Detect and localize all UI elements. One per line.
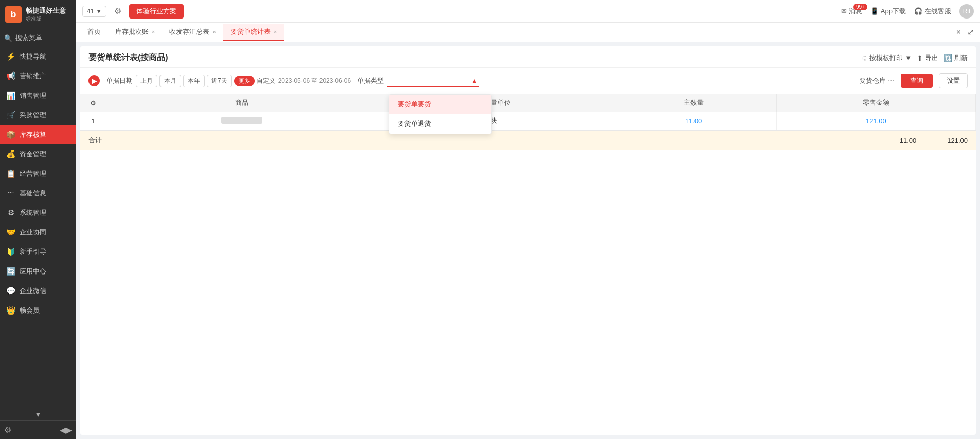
row-amount: 121.00: [776, 112, 975, 130]
export-button[interactable]: ⬆ 导出: [917, 53, 938, 63]
sidebar-item-sales[interactable]: 📊 销售管理: [0, 86, 76, 105]
table-settings-icon[interactable]: ⚙: [86, 99, 100, 107]
topbar-gear-button[interactable]: ⚙: [111, 4, 125, 19]
table-col-settings: ⚙: [80, 94, 106, 112]
tabs-bar: 首页 库存批次账 × 收发存汇总表 × 要货单统计表 × × ⤢: [76, 23, 980, 42]
sidebar-item-operations[interactable]: 📋 经营管理: [0, 164, 76, 184]
settings-icon[interactable]: ⚙: [4, 425, 11, 435]
search-icon: 🔍: [4, 34, 12, 42]
sidebar-nav: ⚡ 快捷导航 📢 营销推广 📊 销售管理 🛒 采购管理 📦 库存核算 💰: [0, 47, 76, 409]
date-shortcuts: 上月 本月 本年 近7天 更多 自定义: [136, 75, 275, 87]
headset-icon: 🎧: [914, 7, 922, 15]
type-dropdown-menu: 要货单要货 要货单退货: [389, 94, 492, 134]
sidebar-item-finance[interactable]: 💰 资金管理: [0, 144, 76, 164]
table-col-quantity: 主数量: [611, 94, 776, 112]
collapse-icon[interactable]: ◀▶: [60, 425, 72, 435]
purchase-icon: 🛒: [6, 111, 15, 120]
refresh-button[interactable]: 🔃 刷新: [943, 53, 968, 63]
enterprise-icon: 🤝: [6, 228, 15, 237]
app-download-button[interactable]: 📱 App下载: [870, 7, 906, 16]
filter-warehouse-more-btn[interactable]: ···: [888, 76, 895, 85]
tabs-actions: × ⤢: [954, 26, 976, 38]
sidebar-item-wechat[interactable]: 💬 企业微信: [0, 281, 76, 301]
filter-bar: ▶ 单据日期 上月 本月 本年 近7天 更多 自定义 2023-05-06 至 …: [80, 68, 976, 94]
sidebar-search[interactable]: 🔍 搜索菜单: [0, 29, 76, 47]
row-amount-link[interactable]: 121.00: [866, 117, 886, 125]
product-name-placeholder: [221, 117, 262, 124]
filter-settings-button[interactable]: 设置: [939, 73, 968, 88]
sidebar-item-guide[interactable]: 🔰 新手引导: [0, 242, 76, 262]
filter-type-input[interactable]: [387, 75, 479, 87]
topbar-left: 41 ▼ ⚙ 体验行业方案: [82, 4, 836, 19]
store-selector[interactable]: 41 ▼: [82, 6, 106, 17]
footer-quantity: 11.00: [900, 137, 917, 144]
sidebar-item-quick-nav[interactable]: ⚡ 快捷导航: [0, 47, 76, 66]
trial-button[interactable]: 体验行业方案: [129, 4, 184, 19]
filter-date-group: 单据日期 上月 本月 本年 近7天 更多 自定义 2023-05-06 至 20…: [106, 75, 351, 87]
message-icon: ✉: [841, 7, 847, 15]
filter-warehouse-label: 要货仓库: [859, 76, 886, 85]
date-btn-this-year[interactable]: 本年: [183, 75, 205, 87]
sidebar-item-basic[interactable]: 🗃 基础信息: [0, 184, 76, 203]
query-button[interactable]: 查询: [901, 74, 933, 88]
user-avatar[interactable]: Rit: [959, 4, 974, 19]
tab-order-stats[interactable]: 要货单统计表 ×: [223, 24, 284, 41]
sidebar-item-app-center[interactable]: 🔄 应用中心: [0, 262, 76, 281]
date-btn-last-7[interactable]: 近7天: [207, 75, 232, 87]
tab-home[interactable]: 首页: [80, 24, 108, 41]
messages-button[interactable]: ✉ 消息 99+: [841, 7, 862, 16]
tab-close-collect-summary[interactable]: ×: [212, 29, 216, 35]
date-range-display: 2023-05-06 至 2023-06-06: [278, 77, 351, 85]
chevron-down-icon: ▼: [35, 411, 42, 418]
inventory-icon: 📦: [6, 130, 15, 139]
print-icon: 🖨: [860, 54, 867, 62]
main-area: 41 ▼ ⚙ 体验行业方案 ✉ 消息 99+ 📱 App下载 🎧 在: [76, 0, 980, 439]
wechat-icon: 💬: [6, 286, 15, 296]
page-header: 要货单统计表(按商品) 🖨 按模板打印 ▼ ⬆ 导出 🔃 刷新: [80, 46, 976, 68]
sidebar-item-purchase[interactable]: 🛒 采购管理: [0, 105, 76, 125]
dropdown-item-yaohuo[interactable]: 要货单要货: [389, 95, 491, 114]
tab-inventory-batch[interactable]: 库存批次账 ×: [108, 24, 162, 41]
print-button[interactable]: 🖨 按模板打印 ▼: [860, 53, 912, 63]
print-dropdown-icon: ▼: [905, 54, 912, 62]
filter-type-dropdown-arrow[interactable]: ▲: [471, 77, 477, 84]
quick-nav-icon: ⚡: [6, 52, 15, 61]
date-btn-this-month[interactable]: 本月: [159, 75, 181, 87]
row-quantity-link[interactable]: 11.00: [685, 117, 702, 125]
online-service-button[interactable]: 🎧 在线客服: [914, 7, 951, 16]
app-title: 畅捷通好生意 标准版: [26, 7, 66, 22]
sidebar-item-enterprise[interactable]: 🤝 企业协同: [0, 223, 76, 242]
tab-collect-summary[interactable]: 收发存汇总表 ×: [162, 24, 223, 41]
filter-type-select-wrapper: ▲: [387, 75, 479, 87]
filter-toggle-button[interactable]: ▶: [88, 75, 100, 86]
dropdown-arrow-icon: ▼: [96, 8, 102, 15]
sidebar-item-inventory[interactable]: 📦 库存核算: [0, 125, 76, 144]
sidebar-scroll-down[interactable]: ▼: [0, 409, 76, 420]
sidebar-header: b 畅捷通好生意 标准版: [0, 0, 76, 29]
tabs-close-all-button[interactable]: ×: [954, 27, 963, 38]
table-col-amount: 零售金额: [776, 94, 975, 112]
basic-icon: 🗃: [6, 189, 15, 198]
date-custom-btn[interactable]: 自定义: [257, 77, 275, 85]
page-header-actions: 🖨 按模板打印 ▼ ⬆ 导出 🔃 刷新: [860, 53, 968, 63]
sidebar: b 畅捷通好生意 标准版 🔍 搜索菜单 ⚡ 快捷导航 📢 营销推广 📊: [0, 0, 76, 439]
table-row: 1 块 11.00 121.00: [80, 112, 976, 130]
sidebar-item-member[interactable]: 👑 畅会员: [0, 301, 76, 320]
store-name: 41: [87, 8, 94, 15]
page-content: 要货单统计表(按商品) 🖨 按模板打印 ▼ ⬆ 导出 🔃 刷新: [80, 46, 976, 435]
sidebar-item-marketing[interactable]: 📢 营销推广: [0, 66, 76, 86]
row-quantity: 11.00: [611, 112, 776, 130]
date-btn-more[interactable]: 更多: [234, 76, 255, 86]
export-icon: ⬆: [917, 54, 923, 62]
sidebar-footer: ⚙ ◀▶: [0, 420, 76, 439]
date-btn-last-month[interactable]: 上月: [136, 75, 157, 87]
tabs-expand-button[interactable]: ⤢: [965, 26, 976, 38]
page-title: 要货单统计表(按商品): [88, 52, 168, 63]
footer-amount: 121.00: [947, 137, 968, 144]
tab-close-order-stats[interactable]: ×: [274, 29, 277, 35]
member-icon: 👑: [6, 306, 15, 315]
finance-icon: 💰: [6, 150, 15, 159]
sidebar-item-system[interactable]: ⚙ 系统管理: [0, 203, 76, 223]
tab-close-inventory-batch[interactable]: ×: [152, 29, 155, 35]
dropdown-item-return[interactable]: 要货单退货: [389, 114, 491, 134]
